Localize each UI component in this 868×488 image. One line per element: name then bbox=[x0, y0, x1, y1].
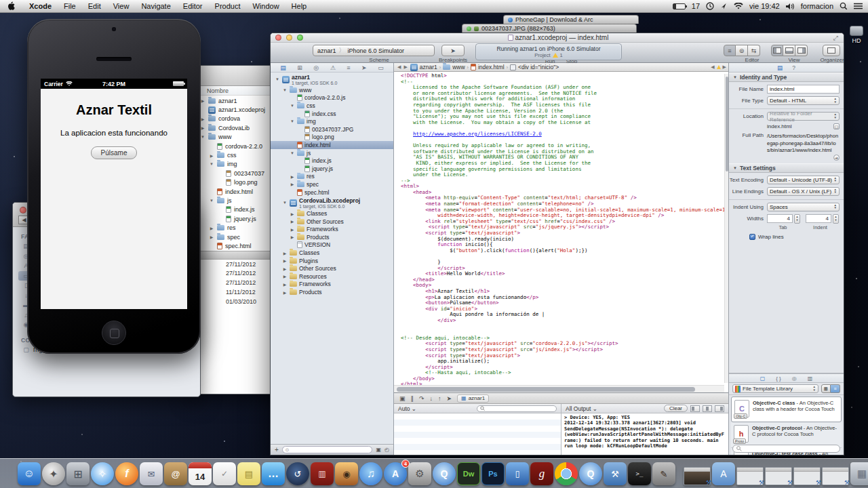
previous-issue-button[interactable]: ◀ bbox=[711, 64, 714, 70]
firefox-icon[interactable]: f bbox=[115, 462, 138, 485]
debug-navigator-icon[interactable]: ≡ bbox=[347, 64, 350, 71]
minimized-window-1-icon[interactable] bbox=[736, 467, 764, 485]
minimized-window-2-icon[interactable] bbox=[765, 467, 792, 485]
filter-field[interactable]: ⊙ bbox=[282, 446, 373, 453]
navigator-row-index-js[interactable]: index.js bbox=[271, 157, 393, 165]
trash-icon[interactable]: ▦ bbox=[850, 462, 868, 485]
project-navigator-icon[interactable]: ▤ bbox=[280, 64, 286, 71]
add-button[interactable]: + bbox=[275, 446, 279, 453]
editor-mode-segment[interactable]: ≡⊚⇆ bbox=[724, 45, 760, 56]
library-view-mode[interactable]: ⊞≡ bbox=[821, 384, 840, 393]
filter-icon-1[interactable]: ▣ bbox=[376, 447, 381, 453]
navigator-row-jquery-js[interactable]: jquery.js bbox=[271, 165, 393, 173]
standard-editor-button[interactable]: ≡ bbox=[724, 45, 736, 56]
variables-search-field[interactable] bbox=[477, 405, 557, 412]
launchpad-icon[interactable]: ✦ bbox=[42, 462, 65, 485]
navigator-row-other-sources[interactable]: ▶Other Sources bbox=[271, 218, 393, 226]
apple-menu[interactable] bbox=[0, 1, 23, 11]
user-menu[interactable]: formacion bbox=[801, 2, 833, 10]
tab-width-stepper[interactable]: ▲▼ bbox=[794, 214, 800, 224]
scheme-selector[interactable]: aznar1〉iPhone 6.0 Simulator bbox=[313, 45, 435, 56]
next-issue-button[interactable]: ▶ bbox=[723, 64, 726, 70]
menu-window[interactable]: Window bbox=[246, 0, 285, 13]
navigator-row-cordovalib-xcodeproj[interactable]: ▼CordovaLib.xcodeproj1 target, iOS SDK 6… bbox=[271, 196, 393, 209]
version-editor-button[interactable]: ⇆ bbox=[748, 45, 760, 56]
output-scope-popup[interactable]: All Output ⌄ bbox=[566, 405, 597, 412]
file-inspector-tab[interactable]: ▤ bbox=[777, 64, 783, 71]
navigator-toggle[interactable] bbox=[771, 45, 783, 56]
disclosure-triangle[interactable]: ▶ bbox=[290, 174, 295, 179]
menu-product[interactable]: Product bbox=[209, 0, 247, 13]
itunes-icon[interactable]: ♫ bbox=[359, 462, 382, 485]
issue-navigator-icon[interactable]: ⚠ bbox=[330, 64, 336, 71]
spotlight-icon[interactable] bbox=[840, 2, 848, 10]
navigator-row-js[interactable]: ▼js bbox=[271, 149, 393, 157]
process-chip[interactable]: ▦aznar1 bbox=[457, 394, 489, 403]
step-into-button[interactable]: ↓ bbox=[430, 395, 433, 402]
wifi-icon[interactable] bbox=[734, 3, 743, 10]
minimized-window-3-icon[interactable] bbox=[793, 467, 821, 485]
disclosure-triangle[interactable]: ▶ bbox=[200, 98, 205, 103]
search-navigator-icon[interactable]: ◎ bbox=[313, 64, 319, 71]
clear-console-button[interactable]: Clear bbox=[664, 405, 688, 412]
disclosure-triangle[interactable]: ▶ bbox=[290, 235, 295, 239]
step-over-button[interactable]: ↷ bbox=[419, 395, 425, 402]
pause-button[interactable]: ∥ bbox=[411, 395, 414, 402]
navigator-row-index-html[interactable]: index.html bbox=[271, 141, 393, 149]
media-library-tab[interactable]: ▥ bbox=[808, 375, 813, 382]
library-popup[interactable]: File Template Library▲▼ bbox=[732, 384, 818, 393]
menu-view[interactable]: View bbox=[107, 0, 136, 13]
hide-debug-icon[interactable]: ▣ bbox=[399, 395, 406, 402]
disclosure-triangle[interactable]: ▼ bbox=[275, 77, 280, 81]
background-firefox-window-titlebar[interactable]: PhoneGap | Download & Arc bbox=[503, 15, 639, 24]
text-settings-section-header[interactable]: ▼Text Settings bbox=[729, 163, 844, 173]
disclosure-triangle[interactable]: ▼ bbox=[209, 199, 214, 203]
navigator-row-frameworks[interactable]: ▶Frameworks bbox=[271, 226, 393, 234]
grid-view-button[interactable]: ⊞ bbox=[821, 384, 831, 393]
navigator-row-spec[interactable]: ▶spec bbox=[271, 180, 393, 188]
battery-icon[interactable] bbox=[673, 3, 686, 9]
navigator-row-aznar1[interactable]: ▼aznar11 target, iOS SDK 6.0 bbox=[271, 73, 393, 86]
disclosure-triangle[interactable]: ▶ bbox=[290, 211, 295, 216]
show-variables-only-button[interactable] bbox=[690, 405, 700, 412]
menu-file[interactable]: File bbox=[58, 0, 82, 13]
editor-back-button[interactable]: ◀ bbox=[397, 64, 401, 70]
navigator-row-plugins[interactable]: ▶Plugins bbox=[271, 257, 393, 265]
dreamweaver-icon[interactable]: Dw bbox=[457, 462, 480, 485]
wrap-lines-checkbox[interactable]: ✓ bbox=[749, 234, 755, 240]
log-navigator-icon[interactable]: ▭ bbox=[378, 64, 384, 71]
disclosure-triangle[interactable]: ▶ bbox=[290, 227, 295, 232]
list-view-button[interactable]: ≡ bbox=[831, 384, 840, 393]
menu-xcode[interactable]: Xcode bbox=[23, 0, 58, 13]
simulate-location-button[interactable]: ➤ bbox=[447, 395, 452, 402]
show-both-button[interactable] bbox=[703, 405, 712, 412]
navigator-row-version[interactable]: VERSION bbox=[271, 241, 393, 249]
photoshop-icon[interactable]: Ps bbox=[481, 462, 505, 485]
time-machine-icon[interactable]: ↺ bbox=[286, 462, 309, 485]
file-template-library-tab[interactable]: ▢ bbox=[760, 375, 766, 382]
chrome-icon[interactable] bbox=[555, 462, 578, 485]
file-name-field[interactable]: index.html bbox=[767, 85, 840, 94]
navigator-row-products[interactable]: ▶Products bbox=[271, 288, 393, 296]
editor-horizontal-scrollbar[interactable] bbox=[394, 385, 724, 392]
disclosure-triangle[interactable]: ▶ bbox=[282, 290, 288, 295]
volume-icon[interactable] bbox=[786, 3, 795, 10]
minimized-window-4-icon[interactable] bbox=[822, 467, 849, 485]
breadcrumb-1[interactable]: www bbox=[443, 64, 465, 70]
menu-help[interactable]: Help bbox=[285, 0, 313, 13]
location-services-icon[interactable] bbox=[720, 3, 728, 10]
identity-section-header[interactable]: ▼Identity and Type bbox=[729, 73, 844, 82]
disclosure-triangle[interactable]: ▶ bbox=[282, 258, 288, 263]
quick-help-tab[interactable]: ? bbox=[792, 64, 795, 71]
navigator-row-other-sources[interactable]: ▶Other Sources bbox=[271, 264, 393, 272]
breadcrumb-2[interactable]: index.html bbox=[471, 64, 505, 70]
navigator-row-www[interactable]: ▼www bbox=[271, 86, 393, 94]
messages-icon[interactable]: … bbox=[262, 462, 285, 485]
disclosure-triangle[interactable]: ▼ bbox=[290, 151, 295, 155]
navigator-row-index-css[interactable]: index.css bbox=[271, 110, 393, 118]
minimized-video-window-icon[interactable] bbox=[684, 467, 711, 485]
object-library-tab[interactable]: ◎ bbox=[792, 375, 797, 382]
terminal-icon[interactable]: >_ bbox=[628, 462, 651, 485]
navigator-row-spec-html[interactable]: spec.html bbox=[271, 188, 393, 197]
navigator-row-frameworks[interactable]: ▶Frameworks bbox=[271, 281, 393, 289]
